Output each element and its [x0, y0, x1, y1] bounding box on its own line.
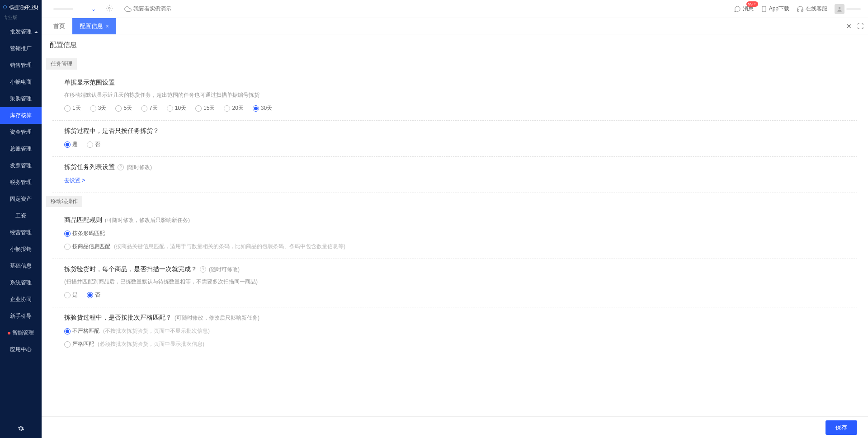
settings-icon[interactable] [106, 5, 113, 13]
close-all-icon[interactable]: ✕ [846, 23, 852, 30]
messages-button[interactable]: 消息 99 + [734, 5, 754, 13]
radio-group: 不严格匹配 (不按批次拣货验货，页面中不显示批次信息) [64, 327, 845, 335]
org-name [53, 8, 73, 10]
tab-home[interactable]: 首页 [46, 18, 72, 34]
demo-label: 我要看实例演示 [133, 5, 171, 13]
radio-option[interactable]: 否 [87, 291, 100, 299]
brand-edition: 专业版 [0, 14, 42, 24]
sidebar: 畅捷通好业财 专业版 批发管理营销推广销售管理小畅电商采购管理库存核算资金管理总… [0, 0, 42, 438]
user-menu[interactable] [835, 4, 861, 14]
tab-label: 配置信息 [80, 22, 103, 30]
info-icon[interactable]: ? [118, 164, 124, 170]
sidebar-item-1[interactable]: 营销推广 [0, 40, 42, 57]
sidebar-item-label: 采购管理 [10, 95, 32, 103]
sidebar-item-7[interactable]: 总账管理 [0, 141, 42, 157]
radio-icon [64, 328, 71, 334]
svg-rect-1 [762, 6, 766, 12]
radio-option[interactable]: 7天 [141, 104, 158, 112]
radio-label: 1天 [72, 104, 81, 112]
radio-label: 10天 [175, 104, 186, 112]
sidebar-item-5[interactable]: 库存核算 [0, 107, 42, 124]
setting-task-list: 拣货任务列表设置 ? (随时修改) 去设置 > [52, 157, 857, 193]
sidebar-item-14[interactable]: 基础信息 [0, 258, 42, 274]
sidebar-item-6[interactable]: 资金管理 [0, 124, 42, 141]
setting-hint: (可随时修改，修改后只影响新任务) [105, 217, 190, 224]
setting-title: 拣货任务列表设置 ? (随时修改) [64, 163, 845, 171]
sidebar-item-10[interactable]: 固定资产 [0, 191, 42, 207]
info-icon[interactable]: ? [200, 266, 206, 273]
sidebar-item-4[interactable]: 采购管理 [0, 90, 42, 107]
radio-icon [90, 105, 96, 112]
setting-hint: (可随时修改，修改后只影响新任务) [175, 314, 259, 322]
sidebar-item-19[interactable]: 应用中心 [0, 341, 42, 358]
sidebar-item-label: 小畅报销 [10, 245, 32, 253]
radio-option[interactable]: 是 [64, 141, 78, 148]
sidebar-item-16[interactable]: 企业协同 [0, 291, 42, 308]
user-name [846, 8, 861, 10]
radio-option[interactable]: 是 [64, 291, 78, 299]
chevron-down-icon: ⌄ [91, 6, 96, 12]
tab-config[interactable]: 配置信息 × [72, 18, 116, 34]
go-settings-link[interactable]: 去设置 > [64, 177, 85, 184]
cloud-icon [124, 5, 132, 13]
svg-point-0 [108, 7, 110, 9]
org-selector[interactable]: ⌄ [49, 4, 100, 14]
radio-label: 30天 [261, 104, 272, 112]
app-download-button[interactable]: App下载 [761, 5, 789, 13]
sidebar-item-18[interactable]: 智能管理 [0, 325, 42, 341]
radio-icon [64, 244, 71, 250]
radio-icon [64, 231, 71, 237]
sidebar-item-3[interactable]: 小畅电商 [0, 74, 42, 90]
sidebar-item-0[interactable]: 批发管理 [0, 24, 42, 40]
radio-label: 否 [95, 141, 100, 148]
sidebar-item-15[interactable]: 系统管理 [0, 274, 42, 291]
svg-point-3 [839, 7, 841, 9]
brand-name: 畅捷通好业财 [9, 4, 39, 11]
messages-badge: 99 + [746, 1, 758, 7]
sidebar-settings-icon[interactable] [0, 420, 42, 438]
sidebar-item-label: 销售管理 [10, 61, 32, 69]
radio-icon [141, 105, 147, 112]
radio-icon [64, 341, 71, 348]
sidebar-item-label: 固定资产 [10, 195, 32, 203]
radio-group-yesno: 是否 [64, 141, 845, 148]
message-icon [734, 5, 741, 13]
radio-option[interactable]: 3天 [90, 104, 107, 112]
sidebar-item-11[interactable]: 工资 [0, 207, 42, 224]
main: ⌄ 我要看实例演示 消息 99 + App下载 [42, 0, 868, 438]
close-icon[interactable]: × [106, 23, 109, 29]
fullscreen-icon[interactable]: ⛶ [857, 23, 863, 30]
radio-not-strict[interactable]: 不严格匹配 (不按批次拣货验货，页面中不显示批次信息) [64, 327, 210, 335]
sidebar-item-label: 基础信息 [10, 262, 32, 270]
radio-info-match[interactable]: 按商品信息匹配 (按商品关键信息匹配，适用于与数量相关的条码，比如商品的包装条码… [64, 243, 345, 250]
sidebar-item-2[interactable]: 销售管理 [0, 57, 42, 74]
sidebar-item-12[interactable]: 经营管理 [0, 224, 42, 241]
sidebar-item-13[interactable]: 小畅报销 [0, 241, 42, 258]
radio-option[interactable]: 15天 [195, 104, 215, 112]
radio-label: 20天 [232, 104, 243, 112]
radio-icon [64, 105, 71, 112]
setting-display-range: 单据显示范围设置 在移动端默认显示近几天的拣货任务，超出范围的任务也可通过扫描单… [52, 72, 857, 121]
sidebar-item-label: 发票管理 [10, 162, 32, 170]
radio-label: 3天 [98, 104, 107, 112]
sidebar-item-9[interactable]: 税务管理 [0, 174, 42, 191]
sidebar-item-17[interactable]: 新手引导 [0, 308, 42, 325]
radio-barcode-match[interactable]: 按条形码匹配 [64, 230, 105, 237]
save-button[interactable]: 保存 [826, 420, 857, 435]
radio-option[interactable]: 否 [87, 141, 100, 148]
radio-option[interactable]: 5天 [115, 104, 132, 112]
customer-service-button[interactable]: 在线客服 [797, 5, 827, 13]
radio-strict[interactable]: 严格匹配 (必须按批次拣货验货，页面中显示批次信息) [64, 340, 204, 348]
radio-option[interactable]: 10天 [167, 104, 186, 112]
service-label: 在线客服 [806, 5, 827, 13]
notification-dot [8, 332, 10, 334]
radio-option[interactable]: 20天 [224, 104, 243, 112]
radio-icon [224, 105, 230, 112]
radio-label: 15天 [203, 104, 215, 112]
demo-link[interactable]: 我要看实例演示 [124, 5, 171, 13]
setting-batch-strict: 拣验货过程中，是否按批次严格匹配？ (可随时修改，修改后只影响新任务) 不严格匹… [52, 307, 857, 356]
radio-option[interactable]: 1天 [64, 104, 81, 112]
phone-icon [761, 5, 767, 13]
radio-option[interactable]: 30天 [253, 104, 272, 112]
sidebar-item-8[interactable]: 发票管理 [0, 157, 42, 174]
